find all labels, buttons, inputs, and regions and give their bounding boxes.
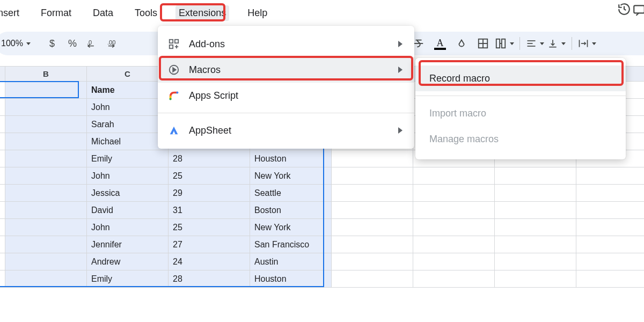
cell[interactable] xyxy=(413,202,495,219)
cell[interactable] xyxy=(332,185,413,202)
cell[interactable] xyxy=(5,236,87,253)
cell[interactable] xyxy=(576,236,645,253)
cell[interactable]: John xyxy=(87,99,169,116)
decrease-decimal-button[interactable]: .0 xyxy=(83,34,103,53)
menu-format[interactable]: Format xyxy=(38,5,75,21)
cell[interactable] xyxy=(576,253,645,270)
cell[interactable]: Sarah xyxy=(87,116,169,133)
row-header[interactable] xyxy=(0,236,5,253)
cell[interactable]: Austin xyxy=(250,253,332,270)
cell[interactable]: San Francisco xyxy=(250,236,332,253)
row-header[interactable] xyxy=(0,167,5,185)
menu-help[interactable]: Help xyxy=(244,5,270,21)
row-header[interactable] xyxy=(0,202,5,219)
cell[interactable] xyxy=(413,185,495,202)
row-header[interactable] xyxy=(0,150,5,167)
cell[interactable]: New York xyxy=(250,167,332,185)
cell[interactable]: 25 xyxy=(169,219,250,236)
cell[interactable]: Jessica xyxy=(87,185,169,202)
cell[interactable]: New York xyxy=(250,219,332,236)
cell[interactable] xyxy=(576,202,645,219)
menu-tools[interactable]: Tools xyxy=(131,5,160,21)
cell[interactable]: Name xyxy=(87,82,169,99)
cell[interactable] xyxy=(332,253,413,270)
cell[interactable] xyxy=(5,99,87,116)
cell[interactable]: 24 xyxy=(169,253,250,270)
menu-insert[interactable]: nsert xyxy=(0,5,23,21)
cell[interactable]: Michael xyxy=(87,133,169,150)
cell[interactable] xyxy=(576,270,645,288)
cell[interactable] xyxy=(413,253,495,270)
cell[interactable] xyxy=(5,270,87,288)
cell[interactable]: John xyxy=(87,167,169,185)
cell[interactable]: 25 xyxy=(169,167,250,185)
percent-button[interactable]: % xyxy=(63,34,82,53)
ext-menu-appsheet[interactable]: AppSheet xyxy=(158,118,414,143)
cell[interactable]: 29 xyxy=(169,185,250,202)
cell[interactable] xyxy=(332,167,413,185)
cell[interactable] xyxy=(5,167,87,185)
ext-menu-apps-script[interactable]: Apps Script xyxy=(158,83,414,108)
cell[interactable] xyxy=(5,82,87,99)
row-header[interactable] xyxy=(0,185,5,202)
col-header[interactable]: B xyxy=(5,67,87,82)
cell[interactable] xyxy=(5,185,87,202)
fill-color-button[interactable] xyxy=(452,34,471,53)
merge-button[interactable] xyxy=(495,34,514,53)
cell[interactable]: Seattle xyxy=(250,185,332,202)
borders-button[interactable] xyxy=(473,34,493,53)
cell[interactable]: 28 xyxy=(169,270,250,288)
cell[interactable] xyxy=(495,202,576,219)
cell[interactable] xyxy=(5,150,87,167)
cell[interactable]: Emily xyxy=(87,150,169,167)
cell[interactable] xyxy=(495,219,576,236)
cell[interactable]: David xyxy=(87,202,169,219)
col-header[interactable]: C xyxy=(87,67,169,82)
cell[interactable] xyxy=(495,253,576,270)
cell[interactable] xyxy=(5,202,87,219)
cell[interactable] xyxy=(495,236,576,253)
history-icon[interactable] xyxy=(617,2,631,16)
row-header[interactable] xyxy=(0,270,5,288)
ext-menu-add-ons[interactable]: Add-ons xyxy=(158,31,414,57)
menu-extensions[interactable]: Extensions xyxy=(175,5,229,21)
cell[interactable] xyxy=(495,167,576,185)
text-color-button[interactable]: A xyxy=(430,34,450,53)
cell[interactable] xyxy=(5,116,87,133)
vertical-align-button[interactable] xyxy=(547,34,566,53)
cell[interactable] xyxy=(413,219,495,236)
cell[interactable] xyxy=(413,167,495,185)
row-header[interactable] xyxy=(0,99,5,116)
macros-record-macro[interactable]: Record macro xyxy=(415,65,626,91)
cell[interactable]: Jennifer xyxy=(87,236,169,253)
zoom-dropdown[interactable]: 100% xyxy=(0,34,34,53)
row-header[interactable] xyxy=(0,116,5,133)
cell[interactable] xyxy=(5,253,87,270)
cell[interactable] xyxy=(332,219,413,236)
cell[interactable]: John xyxy=(87,219,169,236)
cell[interactable] xyxy=(413,270,495,288)
wrap-button[interactable] xyxy=(577,34,597,53)
cell[interactable] xyxy=(5,219,87,236)
cell[interactable] xyxy=(576,167,645,185)
cell[interactable]: 31 xyxy=(169,202,250,219)
cell[interactable] xyxy=(495,185,576,202)
row-header[interactable] xyxy=(0,82,5,99)
cell[interactable] xyxy=(576,185,645,202)
row-header[interactable] xyxy=(0,133,5,150)
ext-menu-macros[interactable]: Macros xyxy=(158,57,414,83)
row-header[interactable] xyxy=(0,219,5,236)
cell[interactable]: Andrew xyxy=(87,253,169,270)
cell[interactable] xyxy=(332,202,413,219)
cell[interactable] xyxy=(332,270,413,288)
cell[interactable] xyxy=(332,150,413,167)
currency-button[interactable]: $ xyxy=(42,34,62,53)
cell[interactable]: Houston xyxy=(250,270,332,288)
corner-cell[interactable] xyxy=(0,67,5,82)
comments-icon[interactable] xyxy=(632,3,644,17)
increase-decimal-button[interactable]: .00 xyxy=(104,34,123,53)
cell[interactable] xyxy=(576,219,645,236)
cell[interactable]: Boston xyxy=(250,202,332,219)
cell[interactable] xyxy=(413,236,495,253)
cell[interactable]: 27 xyxy=(169,236,250,253)
